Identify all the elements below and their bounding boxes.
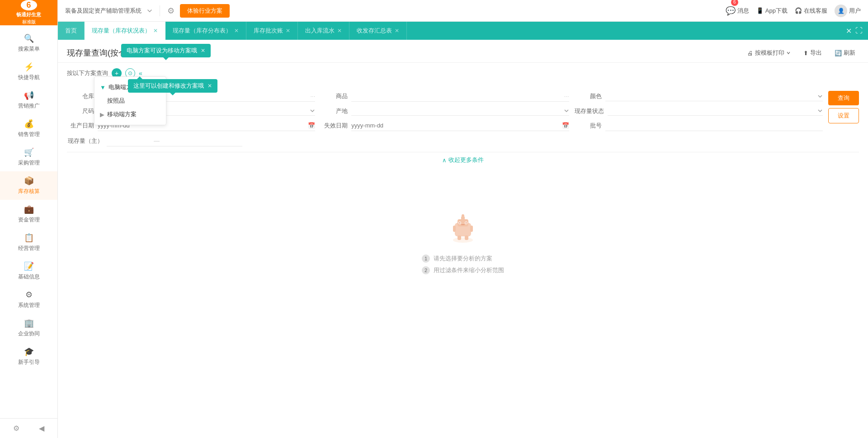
industry-btn[interactable]: 体验行业方案 [180,4,230,18]
fullscreen-btn[interactable]: ⛶ [855,27,863,35]
tooltip1-close[interactable]: ✕ [201,47,205,54]
tab-summary[interactable]: 收发存汇总表 ✕ [349,22,407,40]
user-btn[interactable]: 👤 用户 [835,5,861,17]
refresh-btn[interactable]: 🔄 刷新 [831,47,859,59]
sidebar-label-purchase: 采购管理 [18,159,40,167]
sidebar-item-system[interactable]: ⚙ 系统管理 [0,285,57,314]
sidebar-item-inventory[interactable]: 📦 库存核算 [0,171,57,200]
tab-close-inventory-dist[interactable]: ✕ [234,28,239,34]
svg-point-0 [453,237,473,243]
expire-date-calendar-icon[interactable]: 📅 [562,122,569,129]
stock-status-select[interactable] [608,106,823,116]
filter-goods: 商品 ··· [321,91,569,102]
sidebar-collapse-btn[interactable]: ◀ [37,422,46,434]
expire-date-input[interactable]: 📅 [351,120,569,131]
filter-fields: 仓库 ··· 商品 ··· [67,91,823,150]
refresh-label: 刷新 [844,49,855,57]
filter-section: 按以下方案查询 + ⊙ « ▼ 电脑端方案 按照品 ▶ 移动端方案 [58,63,868,173]
tab-home-label: 首页 [65,27,77,35]
set-button[interactable]: 设置 [828,108,859,123]
search-icon: 🔍 [24,33,34,43]
print-btn[interactable]: 🖨 按模板打印 [744,47,794,59]
expire-date-field[interactable] [351,122,561,129]
stock-qty-max[interactable] [161,137,207,144]
tab-bar: 首页 现存量（库存状况表） ✕ 现存量（库存分布表） ✕ 库存批次账 ✕ 出入库… [58,22,868,40]
purchase-icon: 🛒 [24,147,34,157]
stock-qty-label: 现存量（主） [67,137,103,145]
color-select[interactable] [605,92,823,101]
tab-close-batch-ledger[interactable]: ✕ [286,28,290,34]
svg-rect-11 [465,235,468,240]
stock-qty-min[interactable] [107,137,152,144]
header-settings-icon[interactable]: ⚙ [167,6,175,16]
tab-inventory-status-label: 现存量（库存状况表） [92,27,151,35]
basic-icon: 📝 [24,261,34,271]
svg-point-6 [466,222,467,224]
tooltip2-close[interactable]: ✕ [208,83,212,89]
sidebar-item-sales[interactable]: 💰 销售管理 [0,114,57,143]
tab-flow[interactable]: 出入库流水 ✕ [298,22,349,40]
close-all-btn[interactable]: ✕ [846,27,852,35]
tab-inventory-status[interactable]: 现存量（库存状况表） ✕ [85,22,165,40]
filter-arrow-btn[interactable]: « [139,70,142,77]
export-btn[interactable]: ⬆ 导出 [800,47,826,59]
sidebar-bottom: ⚙ ◀ [0,418,57,438]
sidebar-item-search[interactable]: 🔍 搜索菜单 [0,29,57,57]
goods-select[interactable]: ··· [351,91,569,102]
range-separator: — [154,137,160,144]
sidebar-settings-btn[interactable]: ⚙ [11,422,21,434]
tooltip-scheme-1: 电脑方案可设为移动方案哦 ✕ [121,44,211,57]
svg-rect-12 [461,217,465,220]
sidebar-item-quicknav[interactable]: ⚡ 快捷导航 [0,57,57,86]
sidebar-item-marketing[interactable]: 📢 营销推广 [0,86,57,114]
tab-close-summary[interactable]: ✕ [395,28,399,34]
filter-row-2: 尺码 产地 [67,106,823,116]
operations-icon: 📋 [24,233,34,243]
message-icon: 💬 [726,6,736,15]
produce-date-calendar-icon[interactable]: 📅 [308,122,315,129]
brand-sub: 标准版 [22,19,36,25]
step-1-text: 请先选择要分析的方案 [434,254,492,263]
app-download-btn[interactable]: 📱 App下载 [756,7,788,15]
tab-close-flow[interactable]: ✕ [337,28,342,34]
system-icon: ⚙ [25,290,33,300]
tab-inventory-dist-label: 现存量（库存分布表） [173,27,231,35]
batch-no-input[interactable] [605,120,823,131]
marketing-icon: 📢 [24,90,34,100]
quicknav-icon: ⚡ [24,62,34,72]
svg-rect-8 [453,226,456,232]
indicator-dot-container [170,79,174,83]
inventory-icon: 📦 [24,176,34,186]
produce-date-label: 生产日期 [67,122,94,130]
print-label: 按模板打印 [755,49,784,57]
scheme-item-bygoods[interactable]: 按照品 [94,94,166,108]
sidebar-nav: 🔍 搜索菜单 ⚡ 快捷导航 📢 营销推广 💰 销售管理 🛒 采购管理 📦 库存核… [0,25,57,418]
warehouse-dots: ··· [310,93,315,99]
finance-icon: 💼 [24,204,34,214]
message-btn[interactable]: 💬 6 消息 [726,6,749,16]
collapse-more-label: 收起更多条件 [448,156,484,164]
tab-close-inventory-status[interactable]: ✕ [153,28,158,34]
sidebar-item-basic[interactable]: 📝 基础信息 [0,257,57,285]
tab-batch-ledger[interactable]: 库存批次账 ✕ [246,22,298,40]
svg-rect-9 [470,226,473,232]
sidebar-item-finance[interactable]: 💼 资金管理 [0,200,57,228]
expire-date-label: 失效日期 [321,122,348,130]
filter-content: 仓库 ··· 商品 ··· [67,91,859,150]
sidebar-item-guide[interactable]: 🎓 新手引导 [0,342,57,371]
tab-home[interactable]: 首页 [58,22,85,40]
sidebar-item-company[interactable]: 🏢 企业协同 [0,314,57,342]
query-button[interactable]: 查询 [828,91,859,105]
export-label: 导出 [810,49,822,57]
sidebar-label-marketing: 营销推广 [18,102,40,110]
service-btn[interactable]: 🎧 在线客服 [795,7,827,15]
user-icon: 👤 [838,8,844,14]
avatar: 👤 [835,5,847,17]
sidebar-item-purchase[interactable]: 🛒 采购管理 [0,143,57,171]
tab-inventory-dist[interactable]: 现存量（库存分布表） ✕ [165,22,246,40]
filter-expire-date: 失效日期 📅 [321,120,569,131]
collapse-more-btn[interactable]: ∧ 收起更多条件 [67,152,859,168]
sidebar-item-operations[interactable]: 📋 经营管理 [0,228,57,257]
origin-select[interactable] [351,106,569,116]
scheme-item-mobile[interactable]: ▶ 移动端方案 [94,108,166,121]
